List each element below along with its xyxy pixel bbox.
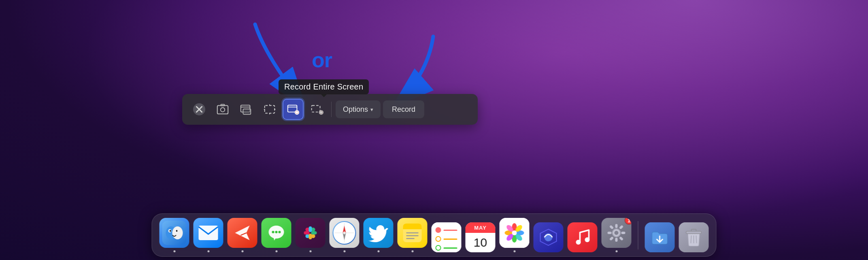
system-prefs-dot: [615, 250, 617, 252]
screenshot-button[interactable]: [212, 99, 233, 120]
svg-rect-41: [304, 231, 310, 234]
mail-icon: [194, 218, 223, 248]
svg-point-33: [272, 231, 274, 233]
svg-point-35: [279, 231, 281, 233]
dock-container: MAY 10: [152, 213, 717, 257]
dock-item-messages[interactable]: [262, 218, 291, 252]
svg-rect-76: [621, 232, 625, 234]
screenshot-selection-button[interactable]: [259, 99, 280, 120]
reminders-icon: [432, 222, 462, 252]
svg-marker-29: [235, 226, 250, 240]
svg-point-34: [275, 231, 278, 233]
record-entire-screen-button[interactable]: [283, 99, 304, 120]
svg-rect-9: [265, 106, 275, 113]
twitter-icon: [364, 218, 394, 248]
dock-item-reminders[interactable]: [432, 222, 462, 252]
svg-line-85: [696, 236, 697, 243]
mail-dot: [207, 250, 209, 252]
svg-point-69: [576, 240, 581, 245]
record-selection-icon: [310, 102, 323, 116]
spark-dot: [241, 250, 243, 252]
calendar-month: MAY: [466, 222, 496, 233]
svg-point-23: [172, 226, 183, 239]
dock-item-pixelmator[interactable]: [534, 222, 564, 252]
svg-point-17: [296, 111, 298, 113]
dock-item-mail[interactable]: [194, 218, 223, 252]
music-icon: [568, 222, 598, 252]
downloads-icon: [645, 222, 675, 252]
chevron-down-icon: ▾: [370, 107, 373, 113]
svg-rect-3: [217, 106, 228, 114]
finder-icon: [160, 218, 189, 248]
svg-rect-75: [608, 232, 612, 234]
svg-rect-80: [619, 236, 623, 241]
svg-point-66: [512, 230, 517, 235]
spark-icon: [228, 218, 257, 248]
messages-icon: [262, 218, 291, 248]
svg-point-20: [320, 111, 322, 113]
finder-dot: [173, 250, 175, 252]
notes-dot: [411, 250, 413, 252]
record-selection-button[interactable]: [306, 99, 327, 120]
pixelmator-icon: [534, 222, 564, 252]
svg-point-72: [615, 231, 619, 235]
toolbar-separator: [331, 102, 332, 117]
dock-item-notes[interactable]: [398, 218, 428, 252]
svg-rect-79: [609, 236, 614, 241]
svg-point-27: [176, 230, 178, 232]
dock-item-trash[interactable]: [679, 222, 709, 252]
screenshot-icon: [216, 102, 230, 116]
dock-item-downloads[interactable]: [645, 222, 675, 252]
svg-rect-42: [311, 231, 317, 234]
dock-item-spark[interactable]: [228, 218, 257, 252]
screenshot-window-button[interactable]: [236, 99, 257, 120]
svg-point-70: [585, 237, 590, 242]
svg-rect-53: [403, 227, 422, 229]
options-label: Options: [343, 105, 368, 114]
safari-icon: [330, 218, 360, 248]
screenshot-window-icon: [239, 102, 253, 116]
svg-point-5: [221, 108, 225, 112]
toolbar-close-button[interactable]: [189, 99, 210, 120]
dock-item-system-prefs[interactable]: 1: [602, 218, 632, 252]
record-screen-icon: [286, 102, 300, 116]
svg-rect-74: [615, 238, 618, 242]
svg-rect-73: [615, 224, 618, 228]
calendar-icon: MAY 10: [466, 222, 496, 252]
close-icon: [193, 102, 205, 116]
tooltip: Record Entire Screen: [279, 79, 369, 94]
record-label: Record: [392, 105, 415, 114]
twitter-dot: [377, 250, 379, 252]
dock-item-calendar[interactable]: MAY 10: [466, 222, 496, 252]
options-button[interactable]: Options ▾: [336, 100, 381, 118]
svg-rect-18: [312, 106, 320, 112]
photos-icon: [500, 218, 530, 248]
dock: MAY 10: [152, 213, 717, 257]
svg-rect-43: [309, 226, 312, 232]
trash-icon: [679, 222, 709, 252]
slack-icon: [296, 218, 326, 248]
dock-item-finder[interactable]: [160, 218, 189, 252]
svg-rect-44: [309, 234, 312, 239]
or-label: or: [312, 48, 332, 72]
svg-rect-28: [199, 226, 218, 240]
dock-item-music[interactable]: [568, 222, 598, 252]
svg-point-25: [170, 230, 171, 232]
dock-separator: [638, 221, 638, 249]
dock-item-slack[interactable]: [296, 218, 326, 252]
svg-rect-82: [686, 231, 702, 234]
dock-item-safari[interactable]: [330, 218, 360, 252]
safari-dot: [343, 250, 345, 252]
slack-dot: [309, 250, 311, 252]
svg-line-83: [691, 236, 691, 243]
messages-dot: [275, 250, 277, 252]
svg-marker-32: [274, 237, 276, 241]
screenshot-selection-icon: [263, 102, 277, 116]
svg-rect-78: [619, 225, 623, 229]
dock-item-photos[interactable]: [500, 218, 530, 252]
svg-rect-77: [609, 225, 614, 229]
dock-item-twitter[interactable]: [364, 218, 394, 252]
system-prefs-icon: 1: [602, 218, 632, 248]
photos-dot: [513, 250, 515, 252]
record-button[interactable]: Record: [383, 100, 424, 118]
